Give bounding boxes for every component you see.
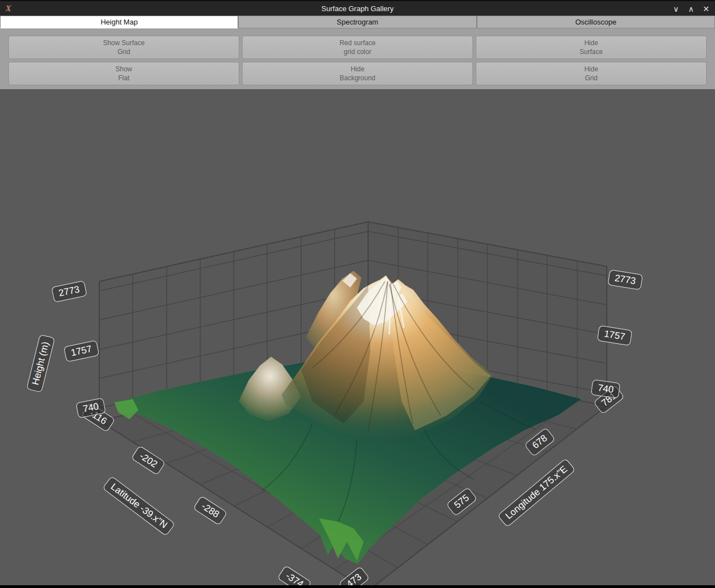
tab-bar: Height Map Spectrogram Oscilloscope: [0, 16, 715, 28]
control-panel: Show Surface Grid Red surface grid color…: [0, 28, 715, 89]
titlebar: X Surface Graph Gallery ∨ ∧ ✕: [0, 0, 715, 16]
red-surface-grid-color-button[interactable]: Red surface grid color: [242, 36, 473, 59]
surface-graph-view[interactable]: -116 740 1757 2773 Height (m) 781 740 17…: [0, 89, 715, 585]
app-window: X Surface Graph Gallery ∨ ∧ ✕ Height Map…: [0, 0, 715, 588]
button-label-line: Grid: [585, 74, 598, 82]
app-icon: X: [4, 4, 13, 13]
shade-icon[interactable]: ∨: [671, 1, 680, 17]
button-label-line: Surface: [579, 47, 602, 56]
close-icon[interactable]: ✕: [702, 1, 711, 17]
show-flat-button[interactable]: Show Flat: [8, 62, 239, 85]
button-label-line: Hide: [584, 65, 598, 74]
button-label-line: Grid: [118, 47, 131, 56]
button-label-line: Show Surface: [103, 38, 145, 47]
button-label-line: Background: [340, 74, 375, 82]
show-surface-grid-button[interactable]: Show Surface Grid: [8, 36, 239, 59]
window-title: Surface Graph Gallery: [0, 4, 715, 13]
hide-background-button[interactable]: Hide Background: [242, 62, 473, 85]
window-controls: ∨ ∧ ✕: [671, 1, 711, 17]
hide-grid-button[interactable]: Hide Grid: [476, 62, 707, 85]
hide-surface-button[interactable]: Hide Surface: [476, 36, 707, 59]
tab-oscilloscope[interactable]: Oscilloscope: [477, 16, 715, 28]
button-label-line: Hide: [584, 38, 598, 47]
maximize-icon[interactable]: ∧: [687, 1, 695, 17]
tab-spectrogram[interactable]: Spectrogram: [238, 16, 476, 28]
button-label-line: Show: [115, 65, 132, 74]
button-label-line: Hide: [351, 65, 365, 74]
button-label-line: Red surface: [340, 38, 376, 47]
tab-height-map[interactable]: Height Map: [0, 16, 238, 28]
button-label-line: Flat: [118, 74, 129, 82]
button-label-line: grid color: [344, 47, 371, 56]
bottom-edge: [0, 585, 715, 588]
